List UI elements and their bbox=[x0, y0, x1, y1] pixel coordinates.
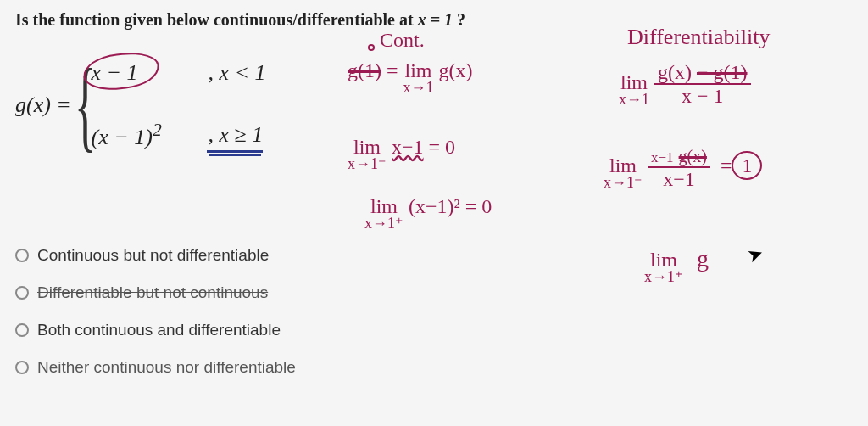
lim-sub: x→1⁺ bbox=[644, 269, 683, 286]
piecewise-lhs: g(x) = bbox=[15, 92, 71, 118]
diff-left-num-strike: g(x) bbox=[679, 147, 707, 165]
case1-expr: x − 1 bbox=[92, 60, 193, 86]
hand-lim-icon: lim x→1⁻ bbox=[604, 154, 643, 192]
option-d-label: Neither continuous nor differentiable bbox=[37, 358, 296, 377]
hand-lim-icon: lim x→1⁻ bbox=[348, 136, 387, 173]
hand-lim-icon: lim x→1 bbox=[403, 59, 434, 97]
option-c[interactable]: Both continuous and differentiable bbox=[15, 321, 296, 339]
hand-lim-left: lim x→1⁻ x−1 = 0 bbox=[348, 136, 455, 173]
case-2: (x − 1)2 , x ≥ 1 bbox=[92, 120, 266, 150]
lim-sub: x→1 bbox=[403, 80, 434, 97]
hand-diff-left-frac: x−1 g(x) x−1 bbox=[648, 144, 710, 191]
case2-cond: , x ≥ 1 bbox=[209, 122, 264, 148]
option-d[interactable]: Neither continuous nor differentiable bbox=[15, 358, 296, 377]
radio-icon[interactable] bbox=[15, 249, 29, 262]
cursor-icon: ➤ bbox=[744, 242, 766, 268]
hand-cont-fn: g(x) bbox=[439, 59, 473, 81]
hand-lim-right-eq: = 0 bbox=[465, 195, 492, 217]
diff-num-g: g(x) bbox=[658, 61, 692, 83]
hand-diff-left: lim x→1⁻ x−1 g(x) x−1 =1 bbox=[604, 144, 762, 192]
case2-expr: (x − 1)2 bbox=[92, 120, 193, 150]
diff-left-den: x−1 bbox=[659, 168, 698, 190]
hand-cont-eq: g(1) = lim x→1 g(x) bbox=[348, 59, 473, 97]
hand-cont-lhs: g(1) = bbox=[348, 59, 398, 81]
lim-sub: x→1⁺ bbox=[364, 216, 403, 233]
question-var: x = 1 bbox=[418, 10, 453, 29]
diff-num: g(x) − g(1) bbox=[654, 61, 751, 85]
option-a-label: Continuous but not differentiable bbox=[37, 246, 269, 265]
hand-diff-frac: g(x) − g(1) x − 1 bbox=[654, 61, 751, 108]
hand-cont-title: Cont. bbox=[380, 29, 425, 51]
answer-options: Continuous but not differentiable Differ… bbox=[15, 246, 296, 377]
diff-den: x − 1 bbox=[678, 85, 727, 107]
hand-lim-icon: lim x→1⁺ bbox=[644, 249, 683, 286]
case1-cond: , x < 1 bbox=[209, 60, 266, 86]
lim-sub: x→1 bbox=[619, 92, 649, 109]
question-suffix: ? bbox=[457, 10, 465, 29]
diff-left-ans-wrap: =1 bbox=[721, 154, 763, 177]
option-c-label: Both continuous and differentiable bbox=[37, 321, 281, 339]
diff-left-num: x−1 g(x) bbox=[648, 144, 710, 168]
hand-lim-right-expr: (x−1)² bbox=[409, 195, 460, 217]
hand-lim-icon: lim x→1 bbox=[619, 71, 649, 109]
lim-sub: x→1⁻ bbox=[604, 175, 643, 192]
option-b-label: Differentiable but not continuous bbox=[37, 283, 268, 302]
question-prefix: Is the function given below continuous/d… bbox=[15, 10, 418, 29]
hand-lim-right: lim x→1⁺ (x−1)² = 0 bbox=[364, 195, 492, 233]
dot-annotation-icon bbox=[368, 44, 375, 51]
hand-lim-left-eq: = 0 bbox=[429, 136, 456, 158]
radio-icon[interactable] bbox=[15, 323, 29, 337]
option-b[interactable]: Differentiable but not continuous bbox=[15, 283, 296, 302]
circled-answer-icon: 1 bbox=[732, 151, 762, 180]
hand-lim-left-expr: x−1 bbox=[392, 136, 424, 158]
case-1: x − 1 , x < 1 bbox=[92, 60, 266, 86]
hand-diff-def: lim x→1 g(x) − g(1) x − 1 bbox=[619, 61, 751, 109]
piecewise-function: g(x) = { x − 1 , x < 1 (x − 1)2 , x ≥ 1 bbox=[15, 59, 266, 151]
option-a[interactable]: Continuous but not differentiable bbox=[15, 246, 296, 265]
case2-sup: 2 bbox=[153, 120, 162, 140]
hand-lim-icon: lim x→1⁺ bbox=[364, 195, 403, 233]
hand-diff-right-expr: g bbox=[697, 245, 709, 272]
lim-sub: x→1⁻ bbox=[348, 156, 387, 173]
radio-icon[interactable] bbox=[15, 286, 29, 300]
hand-diff-right: lim x→1⁺ g bbox=[644, 246, 709, 286]
piecewise-cases: x − 1 , x < 1 (x − 1)2 , x ≥ 1 bbox=[92, 60, 266, 150]
case2-base: (x − 1) bbox=[92, 125, 153, 149]
hand-diff-title: Differentiability bbox=[627, 25, 770, 50]
diff-left-num-val: x−1 bbox=[651, 149, 674, 165]
diff-num-scratch: − g(1) bbox=[697, 61, 748, 83]
radio-icon[interactable] bbox=[15, 361, 29, 374]
